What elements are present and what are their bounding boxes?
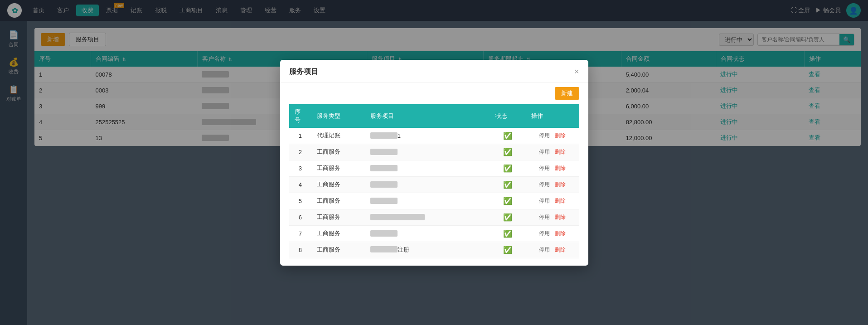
- modal-table-row: 4 工商服务 ✅ 停用 删除: [289, 176, 579, 193]
- modal-cell-seq: 3: [289, 160, 312, 176]
- modal-cell-seq: 2: [289, 144, 312, 160]
- modal-cell-seq: 5: [289, 193, 312, 209]
- modal-cell-action: 停用 删除: [526, 209, 579, 225]
- modal-col-action: 操作: [526, 104, 579, 128]
- modal-cell-action: 停用 删除: [526, 193, 579, 209]
- modal-cell-action: 停用 删除: [526, 128, 579, 144]
- delete-button[interactable]: 删除: [555, 132, 566, 139]
- stop-button[interactable]: 停用: [539, 214, 550, 220]
- modal-cell-service: [365, 176, 490, 193]
- delete-button[interactable]: 删除: [555, 198, 566, 204]
- stop-button[interactable]: 停用: [539, 165, 550, 171]
- modal-cell-service: [365, 160, 490, 176]
- modal-cell-type: 代理记账: [311, 128, 365, 144]
- modal-table-row: 1 代理记账 1 ✅ 停用 删除: [289, 128, 579, 144]
- modal-cell-action: 停用 删除: [526, 176, 579, 193]
- stop-button[interactable]: 停用: [539, 230, 550, 237]
- modal-col-type: 服务类型: [311, 104, 365, 128]
- modal-cell-action: 停用 删除: [526, 242, 579, 258]
- modal-cell-status: ✅: [490, 176, 526, 193]
- modal-cell-service: [365, 209, 490, 225]
- modal-cell-service: 注册: [365, 242, 490, 258]
- modal-cell-seq: 8: [289, 242, 312, 258]
- modal-cell-type: 工商服务: [311, 193, 365, 209]
- modal-cell-type: 工商服务: [311, 242, 365, 258]
- modal-table-row: 6 工商服务 ✅ 停用 删除: [289, 209, 579, 225]
- stop-button[interactable]: 停用: [539, 181, 550, 188]
- modal-cell-action: 停用 删除: [526, 160, 579, 176]
- modal-cell-status: ✅: [490, 160, 526, 176]
- modal-overlay: 服务项目 × 新建 序号 服务类型 服务项目 状态 操作: [0, 0, 868, 325]
- modal-col-service: 服务项目: [365, 104, 490, 128]
- modal-cell-service: 1: [365, 128, 490, 144]
- modal-cell-seq: 4: [289, 176, 312, 193]
- modal-cell-service: [365, 193, 490, 209]
- delete-button[interactable]: 删除: [555, 149, 566, 155]
- modal-toolbar: 新建: [280, 82, 588, 104]
- delete-button[interactable]: 删除: [555, 181, 566, 188]
- modal-cell-status: ✅: [490, 242, 526, 258]
- modal-cell-seq: 6: [289, 209, 312, 225]
- modal-close-button[interactable]: ×: [574, 68, 579, 76]
- modal-table-row: 7 工商服务 ✅ 停用 删除: [289, 225, 579, 242]
- modal-cell-seq: 1: [289, 128, 312, 144]
- service-items-modal: 服务项目 × 新建 序号 服务类型 服务项目 状态 操作: [280, 60, 588, 266]
- modal-new-button[interactable]: 新建: [555, 87, 579, 100]
- modal-col-status: 状态: [490, 104, 526, 128]
- delete-button[interactable]: 删除: [555, 247, 566, 253]
- modal-body: 序号 服务类型 服务项目 状态 操作 1 代理记账 1 ✅ 停: [280, 104, 588, 266]
- stop-button[interactable]: 停用: [539, 247, 550, 253]
- modal-cell-seq: 7: [289, 225, 312, 242]
- modal-cell-type: 工商服务: [311, 176, 365, 193]
- modal-cell-type: 工商服务: [311, 144, 365, 160]
- modal-table-row: 3 工商服务 ✅ 停用 删除: [289, 160, 579, 176]
- delete-button[interactable]: 删除: [555, 214, 566, 220]
- modal-cell-type: 工商服务: [311, 160, 365, 176]
- modal-cell-status: ✅: [490, 225, 526, 242]
- modal-cell-action: 停用 删除: [526, 225, 579, 242]
- modal-table-header-row: 序号 服务类型 服务项目 状态 操作: [289, 104, 579, 128]
- modal-table-row: 2 工商服务 ✅ 停用 删除: [289, 144, 579, 160]
- stop-button[interactable]: 停用: [539, 132, 550, 139]
- modal-header: 服务项目 ×: [280, 60, 588, 82]
- modal-table-row: 5 工商服务 ✅ 停用 删除: [289, 193, 579, 209]
- delete-button[interactable]: 删除: [555, 165, 566, 171]
- modal-cell-service: [365, 225, 490, 242]
- modal-cell-status: ✅: [490, 209, 526, 225]
- stop-button[interactable]: 停用: [539, 198, 550, 204]
- delete-button[interactable]: 删除: [555, 230, 566, 237]
- modal-title: 服务项目: [289, 67, 318, 77]
- modal-cell-status: ✅: [490, 144, 526, 160]
- stop-button[interactable]: 停用: [539, 149, 550, 155]
- modal-cell-action: 停用 删除: [526, 144, 579, 160]
- modal-table-row: 8 工商服务 注册 ✅ 停用 删除: [289, 242, 579, 258]
- modal-cell-type: 工商服务: [311, 209, 365, 225]
- modal-cell-service: [365, 144, 490, 160]
- modal-cell-type: 工商服务: [311, 225, 365, 242]
- modal-cell-status: ✅: [490, 193, 526, 209]
- modal-cell-status: ✅: [490, 128, 526, 144]
- service-items-table: 序号 服务类型 服务项目 状态 操作 1 代理记账 1 ✅ 停: [289, 104, 579, 258]
- modal-col-seq: 序号: [289, 104, 312, 128]
